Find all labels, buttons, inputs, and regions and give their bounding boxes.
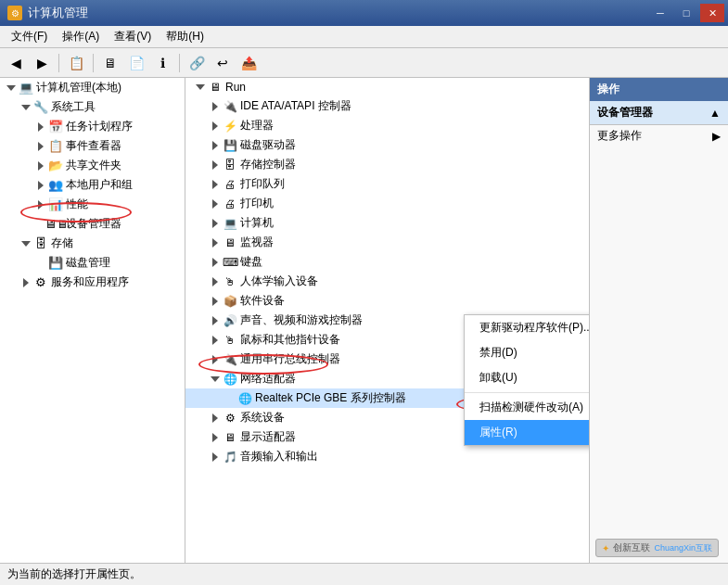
com-port-label: 通用串行总线控制器: [240, 351, 340, 367]
tree-printer[interactable]: 🖨 打印机: [185, 194, 589, 213]
menu-file[interactable]: 文件(F): [4, 26, 55, 47]
expand-computer-mgmt[interactable]: [4, 81, 19, 95]
expand-disk-mgmt[interactable]: [33, 256, 48, 271]
tree-performance[interactable]: 性能: [0, 195, 185, 214]
expand-mouse[interactable]: [208, 333, 223, 348]
users-icon: [48, 178, 63, 193]
tree-computer-mgmt[interactable]: 计算机管理(本地): [0, 78, 185, 97]
expand-event-viewer[interactable]: [33, 139, 48, 154]
audio-video-icon: 🔊: [223, 313, 237, 328]
tree-print-queue[interactable]: 🖨 打印队列: [185, 174, 589, 194]
expand-system-tools[interactable]: [19, 100, 33, 115]
watermark-text: 创新互联: [613, 541, 650, 554]
tree-disk-drives[interactable]: 💾 磁盘驱动器: [185, 135, 589, 155]
expand-hid[interactable]: [208, 274, 223, 289]
more-actions-item[interactable]: 更多操作 ▶: [590, 125, 728, 146]
expand-sys-dev[interactable]: [208, 411, 223, 426]
expand-local-users[interactable]: [33, 178, 48, 193]
minimize-button[interactable]: ─: [648, 4, 672, 22]
toolbar-icon5[interactable]: ↩: [211, 51, 235, 75]
display-label: 显示适配器: [240, 429, 296, 445]
ctx-update-driver[interactable]: 更新驱动程序软件(P)...: [465, 315, 589, 340]
forward-button[interactable]: ▶: [30, 51, 54, 75]
toolbar: ◀ ▶ 📋 🖥 📄 ℹ 🔗 ↩ 📤: [0, 48, 728, 78]
expand-storage-ctrl[interactable]: [208, 158, 223, 172]
tree-ide[interactable]: 🔌 IDE ATA/ATAPI 控制器: [185, 96, 589, 116]
ctx-properties[interactable]: 属性(R): [465, 420, 589, 445]
menu-help[interactable]: 帮助(H): [159, 26, 211, 47]
tree-storage-ctrl[interactable]: 🗄 存储控制器: [185, 155, 589, 174]
share-icon: [48, 159, 63, 173]
toolbar-icon1[interactable]: 🖥: [98, 51, 122, 75]
tree-processor[interactable]: ⚡ 处理器: [185, 116, 589, 135]
ctx-uninstall[interactable]: 卸载(U): [465, 365, 589, 390]
toolbar-icon2[interactable]: 📄: [124, 51, 148, 75]
service-icon: [33, 275, 48, 290]
tree-services[interactable]: 服务和应用程序: [0, 273, 185, 292]
disk-icon: [48, 256, 63, 271]
tree-computer-node[interactable]: 💻 计算机: [185, 213, 589, 233]
right-panel-section[interactable]: 设备管理器 ▲: [590, 101, 728, 125]
tree-run-root[interactable]: 🖥 Run: [185, 78, 589, 96]
ide-icon: 🔌: [223, 99, 237, 114]
tree-task-scheduler[interactable]: 任务计划程序: [0, 117, 185, 136]
event-icon: [48, 139, 63, 154]
tree-audio-io[interactable]: 🎵 音频输入和输出: [185, 447, 589, 466]
tree-keyboard[interactable]: ⌨ 键盘: [185, 252, 589, 272]
expand-performance[interactable]: [33, 197, 48, 212]
computer-node-label: 计算机: [240, 215, 274, 231]
expand-print-queue[interactable]: [208, 177, 223, 192]
expand-shared-folders[interactable]: [33, 159, 48, 173]
expand-computer-node[interactable]: [208, 216, 223, 231]
expand-ide[interactable]: [208, 99, 223, 114]
net-adapter-label: 网络适配器: [240, 371, 296, 387]
tree-hid[interactable]: 🖱 人体学输入设备: [185, 272, 589, 291]
close-button[interactable]: ✕: [700, 4, 724, 22]
menu-view[interactable]: 查看(V): [107, 26, 159, 47]
toolbar-icon3[interactable]: ℹ: [150, 51, 174, 75]
expand-software-dev[interactable]: [208, 294, 223, 309]
toolbar-icon4[interactable]: 🔗: [185, 51, 209, 75]
more-actions-label: 更多操作: [597, 128, 642, 144]
maximize-button[interactable]: □: [674, 4, 698, 22]
window-title: 计算机管理: [28, 5, 88, 21]
expand-printer[interactable]: [208, 197, 223, 211]
tree-shared-folders[interactable]: 共享文件夹: [0, 156, 185, 175]
expand-monitor[interactable]: [208, 235, 223, 250]
tree-monitor[interactable]: 🖥 监视器: [185, 233, 589, 252]
expand-audio-video[interactable]: [208, 313, 223, 328]
tree-disk-mgmt[interactable]: 磁盘管理: [0, 253, 185, 273]
tree-software-dev[interactable]: 📦 软件设备: [185, 291, 589, 311]
show-tree-button[interactable]: 📋: [64, 51, 88, 75]
expand-net-adapter[interactable]: [208, 372, 223, 387]
back-button[interactable]: ◀: [4, 51, 28, 75]
expand-task-scheduler[interactable]: [33, 120, 48, 134]
expand-storage[interactable]: [19, 236, 33, 251]
expand-run[interactable]: [193, 80, 208, 95]
expand-services[interactable]: [19, 275, 33, 290]
expand-audio-io[interactable]: [208, 450, 223, 464]
system-tools-icon: [33, 100, 48, 115]
ctx-disable[interactable]: 禁用(D): [465, 340, 589, 365]
expand-display[interactable]: [208, 430, 223, 445]
tree-local-users[interactable]: 本地用户和组: [0, 175, 185, 195]
expand-disk-drives[interactable]: [208, 138, 223, 153]
keyboard-icon: ⌨: [223, 255, 237, 270]
toolbar-icon6[interactable]: 📤: [236, 51, 261, 75]
storage-ctrl-icon: 🗄: [223, 158, 237, 172]
event-label: 事件查看器: [66, 138, 121, 154]
ctx-scan-hardware[interactable]: 扫描检测硬件改动(A): [465, 395, 589, 420]
expand-keyboard[interactable]: [208, 255, 223, 270]
sort-icon: ▲: [709, 107, 721, 120]
tree-storage[interactable]: 存储: [0, 234, 185, 253]
expand-processor[interactable]: [208, 119, 223, 134]
menu-action[interactable]: 操作(A): [55, 26, 107, 47]
tree-event-viewer[interactable]: 事件查看器: [0, 136, 185, 156]
tree-device-mgr[interactable]: 🖥 设备管理器: [0, 214, 185, 234]
expand-com-port[interactable]: [208, 352, 223, 367]
status-text: 为当前的选择打开属性页。: [7, 566, 141, 582]
middle-panel: 🖥 Run 🔌 IDE ATA/ATAPI 控制器 ⚡ 处理器 💾 磁盘驱动器: [185, 78, 589, 563]
storage-label: 存储: [51, 235, 73, 251]
tree-system-tools[interactable]: 系统工具: [0, 97, 185, 117]
run-icon: 🖥: [208, 80, 223, 95]
